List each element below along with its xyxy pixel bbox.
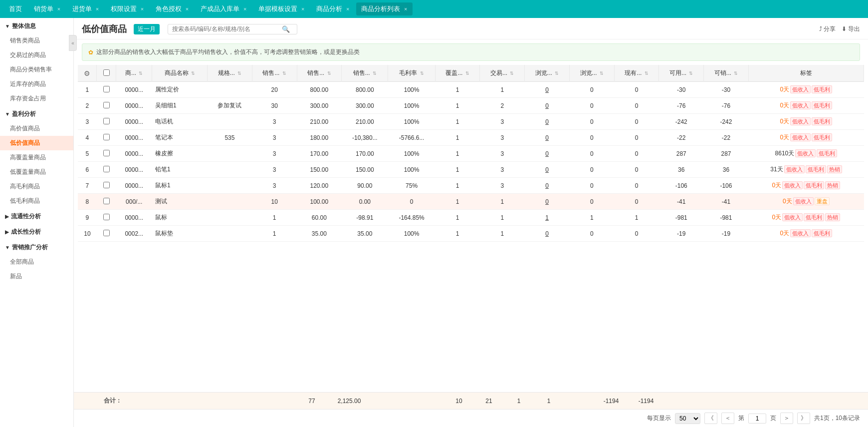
last-page-button[interactable]: 》: [797, 413, 810, 424]
column-name[interactable]: 商品名称 ⇅: [152, 65, 208, 82]
row-select-checkbox[interactable]: [103, 134, 110, 140]
search-input[interactable]: [172, 25, 282, 32]
tag-recheck: 重盘: [815, 197, 830, 205]
sidebar-group-growth[interactable]: ▶ 成长性分析: [0, 224, 73, 239]
close-icon[interactable]: ×: [96, 6, 99, 12]
row-spec: [208, 178, 252, 194]
close-icon[interactable]: ×: [243, 6, 246, 12]
sidebar-item-high-value[interactable]: 高价值商品: [0, 121, 73, 136]
nav-permission-settings[interactable]: 权限设置 ×: [106, 2, 149, 15]
row-select-checkbox[interactable]: [103, 150, 110, 156]
sidebar-item-low-margin[interactable]: 低毛利商品: [0, 194, 73, 208]
row-stock2: -41: [659, 194, 704, 210]
prev-page-button[interactable]: ＜: [721, 413, 734, 424]
close-icon[interactable]: ×: [57, 6, 60, 12]
tag-label: 低收入: [782, 213, 803, 221]
column-trade[interactable]: 交易... ⇅: [480, 65, 525, 82]
row-select-checkbox[interactable]: [103, 86, 110, 92]
sidebar-item-sales-products[interactable]: 销售类商品: [0, 33, 73, 48]
close-icon[interactable]: ×: [346, 6, 349, 12]
column-sellable[interactable]: 可销... ⇅: [704, 65, 749, 82]
row-index: 7: [78, 178, 97, 194]
close-icon[interactable]: ×: [301, 6, 304, 12]
sidebar-group-overview[interactable]: ▼ 整体信息: [0, 18, 73, 33]
nav-template-settings[interactable]: 单据模板设置 ×: [253, 2, 309, 15]
row-select-checkbox[interactable]: [103, 166, 110, 172]
row-sales-price: 300.00: [297, 98, 342, 114]
row-sales-qty: 3: [252, 162, 297, 178]
sidebar-item-high-margin[interactable]: 高毛利商品: [0, 179, 73, 194]
row-stock2: -242: [659, 114, 704, 130]
row-select-checkbox[interactable]: [103, 214, 110, 220]
column-coverage[interactable]: 覆盖... ⇅: [435, 65, 480, 82]
page-number-input[interactable]: [748, 414, 766, 424]
first-page-button[interactable]: 《: [704, 413, 717, 424]
row-select-checkbox[interactable]: [103, 198, 110, 204]
column-stock2[interactable]: 可用... ⇅: [659, 65, 704, 82]
row-sellable: -106: [704, 178, 749, 194]
row-stock2: 36: [659, 162, 704, 178]
column-stock1[interactable]: 现有... ⇅: [614, 65, 659, 82]
share-button[interactable]: ⤴ 分享: [819, 25, 836, 33]
search-icon[interactable]: 🔍: [282, 25, 290, 33]
nav-product-analysis[interactable]: 商品分析 ×: [311, 2, 354, 15]
row-index: 2: [78, 98, 97, 114]
sidebar-group-profit[interactable]: ▼ 盈利分析: [0, 106, 73, 121]
sidebar-item-stock-capital[interactable]: 库存资金占用: [0, 91, 73, 106]
sidebar-item-near-stock[interactable]: 近库存的商品: [0, 77, 73, 91]
row-index: 4: [78, 130, 97, 146]
close-icon[interactable]: ×: [404, 6, 407, 12]
row-sales-price: 180.00: [297, 130, 342, 146]
next-page-button[interactable]: ＞: [780, 413, 793, 424]
column-sales-qty[interactable]: 销售... ⇅: [252, 65, 297, 82]
sidebar-collapse-button[interactable]: «: [69, 35, 77, 51]
column-code[interactable]: 商... ⇅: [116, 65, 152, 82]
column-browse1[interactable]: 浏览... ⇅: [525, 65, 570, 82]
page-label: 第: [738, 414, 744, 423]
row-select-checkbox[interactable]: [103, 182, 110, 188]
nav-home[interactable]: 首页: [4, 2, 27, 15]
sidebar-group-label: 成长性分析: [11, 228, 41, 236]
nav-product-inbound[interactable]: 产成品入库单 ×: [196, 2, 251, 15]
row-gross-rate: 100%: [388, 226, 435, 242]
row-browse2: 0: [569, 146, 614, 162]
row-select-checkbox[interactable]: [103, 102, 110, 108]
row-index: 5: [78, 146, 97, 162]
sidebar-item-category-sales-rate[interactable]: 商品分类销售率: [0, 62, 73, 77]
nav-purchase-order[interactable]: 进货单 ×: [67, 2, 104, 15]
column-browse2[interactable]: 浏览... ⇅: [569, 65, 614, 82]
close-icon[interactable]: ×: [186, 6, 189, 12]
row-sales-price: 210.00: [297, 114, 342, 130]
pagination-bar: 每页显示 50 100 200 《 ＜ 第 页 ＞ 》 共1页，10条记录: [74, 409, 868, 427]
sidebar-item-traded-products[interactable]: 交易过的商品: [0, 48, 73, 62]
footer-stock2: -1194: [594, 398, 629, 405]
column-spec[interactable]: 规格... ⇅: [208, 65, 252, 82]
tag-label: 低收入: [784, 165, 805, 173]
row-index: 1: [78, 82, 97, 98]
sidebar-group-liquidity[interactable]: ▶ 流通性分析: [0, 208, 73, 224]
sidebar-item-all-products[interactable]: 全部商品: [0, 255, 73, 269]
nav-product-analysis-list[interactable]: 商品分析列表 ×: [356, 2, 412, 15]
nav-role-auth[interactable]: 角色授权 ×: [151, 2, 194, 15]
column-sales-cost[interactable]: 销售... ⇅: [342, 65, 388, 82]
sidebar-item-high-coverage[interactable]: 高覆盖量商品: [0, 150, 73, 165]
column-sales-price[interactable]: 销售... ⇅: [297, 65, 342, 82]
column-settings[interactable]: ⚙: [78, 65, 97, 82]
sidebar-item-new-products[interactable]: 新品: [0, 269, 73, 284]
sidebar-item-low-coverage[interactable]: 低覆盖量商品: [0, 165, 73, 179]
export-button[interactable]: ⬇ 导出: [842, 25, 860, 33]
per-page-select[interactable]: 50 100 200: [675, 413, 700, 424]
sidebar-group-marketing[interactable]: ▼ 营销推广分析: [0, 239, 73, 255]
close-icon[interactable]: ×: [141, 6, 144, 12]
nav-sales-order[interactable]: 销货单 ×: [29, 2, 65, 15]
filter-tag-recent-month[interactable]: 近一月: [134, 24, 160, 34]
row-select-checkbox[interactable]: [103, 230, 110, 236]
sidebar-item-low-value[interactable]: 低价值商品: [0, 136, 73, 150]
row-select-checkbox[interactable]: [103, 118, 110, 124]
row-trade: 1: [480, 210, 525, 226]
chevron-down-icon: ▼: [5, 23, 10, 29]
column-gross-rate[interactable]: 毛利率 ⇅: [388, 65, 435, 82]
row-gross-rate: 100%: [388, 82, 435, 98]
select-all-checkbox[interactable]: [103, 69, 110, 76]
row-trade: 3: [480, 146, 525, 162]
